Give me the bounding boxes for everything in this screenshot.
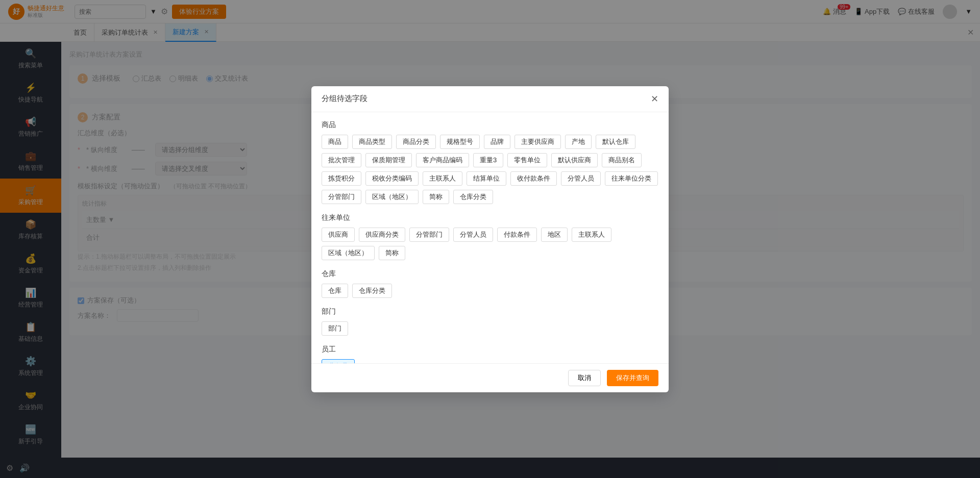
- chip-origin[interactable]: 产地: [565, 135, 592, 149]
- chip-pay-terms[interactable]: 付款条件: [497, 228, 537, 242]
- chip-region[interactable]: 区域（地区）: [365, 190, 419, 204]
- field-chips-warehouse: 仓库 仓库分类: [322, 284, 658, 298]
- modal-footer: 取消 保存并查询: [311, 363, 669, 392]
- chip-goods-alias[interactable]: 商品别名: [602, 153, 642, 167]
- chip-main-contact[interactable]: 主联系人: [423, 171, 462, 186]
- field-section-warehouse: 仓库 仓库 仓库分类: [322, 269, 658, 298]
- field-section-partner: 往来单位 供应商 供应商分类 分管部门 分管人员 付款条件 地区 主联系人 区域…: [322, 213, 658, 260]
- confirm-button[interactable]: 保存并查询: [607, 370, 658, 386]
- chip-customer-code[interactable]: 客户商品编码: [416, 153, 469, 167]
- chip-batch-mgmt[interactable]: 批次管理: [322, 153, 361, 167]
- modal-body: 商品 商品 商品类型 商品分类 规格型号 品牌 主要供应商 产地 默认仓库 批次…: [311, 112, 669, 363]
- chip-partner-person[interactable]: 分管人员: [453, 228, 493, 242]
- chip-salesperson[interactable]: 业务员: [322, 359, 355, 363]
- chip-default-warehouse[interactable]: 默认仓库: [596, 135, 635, 149]
- chip-spec[interactable]: 规格型号: [440, 135, 480, 149]
- chip-expiry-mgmt[interactable]: 保质期管理: [365, 153, 412, 167]
- chip-default-supplier[interactable]: 默认供应商: [551, 153, 598, 167]
- section-title-warehouse: 仓库: [322, 269, 658, 279]
- field-section-department: 部门 部门: [322, 307, 658, 336]
- chip-partner-category[interactable]: 往来单位分类: [605, 171, 658, 186]
- modal-title: 分组待选字段: [322, 94, 368, 104]
- section-title-goods: 商品: [322, 120, 658, 130]
- field-chips-department: 部门: [322, 321, 658, 336]
- chip-weight3[interactable]: 重量3: [473, 153, 503, 167]
- chip-manager-person[interactable]: 分管人员: [561, 171, 601, 186]
- chip-goods-category[interactable]: 商品分类: [396, 135, 436, 149]
- chip-partner-contact[interactable]: 主联系人: [572, 228, 611, 242]
- chip-partner-dept[interactable]: 分管部门: [409, 228, 449, 242]
- modal-header: 分组待选字段 ✕: [311, 86, 669, 112]
- chip-payment-terms[interactable]: 收付款条件: [510, 171, 557, 186]
- field-section-employee: 员工 业务员: [322, 345, 658, 363]
- chip-supplier-category[interactable]: 供应商分类: [359, 228, 405, 242]
- chip-brand[interactable]: 品牌: [484, 135, 510, 149]
- chip-warehouse-category[interactable]: 仓库分类: [453, 190, 493, 204]
- chip-tax-code[interactable]: 税收分类编码: [365, 171, 419, 186]
- section-title-partner: 往来单位: [322, 213, 658, 222]
- chip-goods-type[interactable]: 商品类型: [352, 135, 392, 149]
- chip-settlement-unit[interactable]: 结算单位: [467, 171, 506, 186]
- chip-dept[interactable]: 分管部门: [322, 190, 361, 204]
- chip-wh-category[interactable]: 仓库分类: [352, 284, 392, 298]
- chip-goods[interactable]: 商品: [322, 135, 348, 149]
- modal: 分组待选字段 ✕ 商品 商品 商品类型 商品分类 规格型号 品牌 主要供应商 产…: [311, 86, 669, 392]
- cancel-button[interactable]: 取消: [568, 370, 601, 386]
- chip-area[interactable]: 地区: [541, 228, 568, 242]
- field-chips-partner: 供应商 供应商分类 分管部门 分管人员 付款条件 地区 主联系人 区域（地区） …: [322, 228, 658, 260]
- chip-warehouse[interactable]: 仓库: [322, 284, 348, 298]
- chip-pick-points[interactable]: 拣货积分: [322, 171, 361, 186]
- field-section-goods: 商品 商品 商品类型 商品分类 规格型号 品牌 主要供应商 产地 默认仓库 批次…: [322, 120, 658, 204]
- chip-supplier[interactable]: 供应商: [322, 228, 355, 242]
- field-chips-goods: 商品 商品类型 商品分类 规格型号 品牌 主要供应商 产地 默认仓库 批次管理 …: [322, 135, 658, 204]
- modal-overlay: 分组待选字段 ✕ 商品 商品 商品类型 商品分类 规格型号 品牌 主要供应商 产…: [0, 0, 980, 478]
- chip-partner-short[interactable]: 简称: [379, 246, 405, 260]
- field-chips-employee: 业务员: [322, 359, 658, 363]
- chip-partner-region[interactable]: 区域（地区）: [322, 246, 375, 260]
- section-title-employee: 员工: [322, 345, 658, 354]
- chip-main-supplier[interactable]: 主要供应商: [514, 135, 561, 149]
- modal-close-button[interactable]: ✕: [651, 93, 658, 105]
- chip-department[interactable]: 部门: [322, 321, 348, 336]
- chip-retail-unit[interactable]: 零售单位: [507, 153, 547, 167]
- chip-short-name[interactable]: 简称: [423, 190, 449, 204]
- section-title-department: 部门: [322, 307, 658, 316]
